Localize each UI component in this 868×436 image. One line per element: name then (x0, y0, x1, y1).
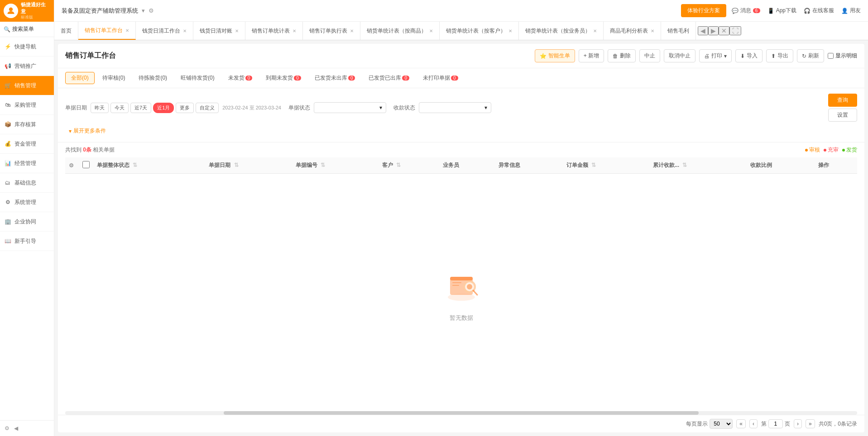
date-btn-7days[interactable]: 近7天 (130, 103, 151, 113)
page-input[interactable] (768, 419, 783, 428)
query-button[interactable]: 查询 (828, 94, 857, 107)
sidebar-item-operations[interactable]: 📊 经营管理 (0, 154, 54, 173)
tab-sales-summary-product[interactable]: 销货单统计表（按商品） ✕ (360, 22, 440, 40)
delete-button[interactable]: 🗑 删除 (608, 49, 636, 62)
filter-tab-unshipped[interactable]: 未发货0 (222, 72, 259, 84)
date-btn-yesterday[interactable]: 昨天 (91, 103, 109, 113)
filter-tab-unprinted[interactable]: 未打印单据0 (417, 72, 464, 84)
tab-home[interactable]: 首页 (54, 22, 78, 40)
sort-date-icon[interactable]: ⇅ (234, 162, 239, 168)
online-service-action[interactable]: 🎧 在线客服 (804, 7, 834, 14)
purchase-icon: 🛍 (4, 101, 12, 109)
sidebar-item-guide[interactable]: 📖 新手引导 (0, 232, 54, 251)
date-btn-custom[interactable]: 自定义 (196, 103, 219, 113)
sidebar-item-marketing[interactable]: 📢 营销推广 (0, 57, 54, 76)
sidebar-item-search[interactable]: 🔍 搜索菜单 (0, 22, 54, 37)
filter-tab-pending[interactable]: 待审核(0) (96, 72, 131, 84)
tab-sales-exec[interactable]: 销售订单执行表 ✕ (303, 22, 360, 40)
first-page-button[interactable]: « (736, 419, 746, 428)
tab-cash-reconcile[interactable]: 钱货日清对账 ✕ (193, 22, 245, 40)
collapse-icon[interactable]: ◀ (14, 425, 18, 431)
sidebar-item-enterprise[interactable]: 🏢 企业协同 (0, 212, 54, 232)
filter-tab-shipped-out[interactable]: 已发货已出库0 (363, 72, 415, 84)
tab-cash-daily[interactable]: 钱货日清工作台 ✕ (136, 22, 193, 40)
tab-nav-prev[interactable]: ◀ (698, 26, 708, 35)
tab-close-icon[interactable]: ✕ (183, 28, 187, 33)
tab-close-icon[interactable]: ✕ (125, 28, 129, 33)
print-button[interactable]: 🖨 打印 ▾ (699, 49, 732, 62)
sort-customer-icon[interactable]: ⇅ (396, 162, 401, 168)
select-all-checkbox[interactable] (82, 161, 90, 168)
sidebar-item-finance[interactable]: 💰 资金管理 (0, 134, 54, 154)
last-page-button[interactable]: » (806, 419, 815, 428)
review-action[interactable]: 审核 (805, 146, 820, 154)
sidebar-item-label: 企业协同 (14, 218, 36, 226)
sidebar-item-sales[interactable]: 🛒 销售管理 (0, 76, 54, 95)
sort-status-icon[interactable]: ⇅ (133, 162, 137, 168)
filter-tab-all[interactable]: 全部(0) (65, 72, 95, 84)
tab-close-icon[interactable]: ✕ (235, 28, 239, 33)
import-button[interactable]: ⬇ 导入 (735, 49, 762, 62)
tab-close-icon[interactable]: ✕ (429, 28, 433, 33)
status-select[interactable]: ▾ (314, 102, 386, 113)
show-detail-label[interactable]: 显示明细 (828, 52, 857, 60)
show-detail-checkbox[interactable] (828, 53, 834, 59)
sort-received-icon[interactable]: ⇅ (682, 162, 687, 168)
tab-close-icon[interactable]: ✕ (593, 28, 597, 33)
topbar-gear-icon[interactable]: ⚙ (149, 7, 154, 14)
tab-close-icon[interactable]: ✕ (350, 28, 354, 33)
message-action[interactable]: 💬 消息 6 (732, 7, 760, 14)
expand-conditions-button[interactable]: ▾ 展开更多条件 (65, 125, 110, 137)
tab-label: 钱货日清对账 (200, 27, 232, 35)
filter-tab-wangpu[interactable]: 旺铺待发货(0) (175, 72, 221, 84)
tab-gross-margin[interactable]: 商品毛利分析表 ✕ (604, 22, 661, 40)
next-page-button[interactable]: › (794, 419, 802, 428)
sort-number-icon[interactable]: ⇅ (321, 162, 325, 168)
payment-select[interactable]: ▾ (419, 102, 491, 113)
tab-sales-summary-customer[interactable]: 销货单统计表（按客户） ✕ (440, 22, 519, 40)
horizontal-scrollbar[interactable] (65, 411, 857, 415)
sidebar-item-quick-nav[interactable]: ⚡ 快捷导航 (0, 37, 54, 57)
tab-sales-profit[interactable]: 销售毛利 (661, 22, 696, 40)
ship-action[interactable]: 发货 (842, 146, 857, 154)
scrollbar-thumb[interactable] (224, 411, 699, 415)
filter-tab-pending-inspect[interactable]: 待拣验货(0) (133, 72, 173, 84)
refresh-button[interactable]: ↻ 刷新 (797, 49, 824, 62)
tab-sales-order[interactable]: 销售订单工作台 ✕ (78, 22, 136, 40)
app-download-action[interactable]: 📱 App下载 (767, 7, 796, 14)
per-page-select[interactable]: 10 20 50 100 (710, 419, 733, 429)
stop-button[interactable]: 中止 (639, 49, 660, 62)
tab-close-icon[interactable]: ✕ (508, 28, 512, 33)
smart-create-button[interactable]: ⭐ 智能生单 (535, 49, 575, 62)
sidebar-item-purchase[interactable]: 🛍 采购管理 (0, 95, 54, 115)
tab-close-icon[interactable]: ✕ (293, 28, 296, 33)
tab-sales-stat[interactable]: 销售订单统计表 ✕ (245, 22, 303, 40)
table-settings-icon[interactable]: ⚙ (69, 162, 74, 169)
cancel-stop-button[interactable]: 取消中止 (664, 49, 695, 62)
setting-button[interactable]: 设置 (828, 109, 857, 122)
sidebar-item-inventory[interactable]: 📦 库存核算 (0, 115, 54, 134)
date-btn-today[interactable]: 今天 (110, 103, 129, 113)
settings-icon[interactable]: ⚙ (5, 425, 10, 431)
tab-close-icon[interactable]: ✕ (651, 28, 654, 33)
tab-maximize[interactable]: ⛶ (729, 26, 741, 35)
add-button[interactable]: + 新增 (579, 49, 604, 62)
prev-page-button[interactable]: ‹ (749, 419, 758, 428)
export-button[interactable]: ⬆ 导出 (766, 49, 793, 62)
industry-solution-button[interactable]: 体验行业方案 (681, 4, 726, 17)
sidebar-item-system[interactable]: ⚙ 系统管理 (0, 193, 54, 212)
sidebar: 畅捷通好生意 标准版 🔍 搜索菜单 ⚡ 快捷导航 📢 营销推广 🛒 销售管理 🛍… (0, 0, 54, 436)
cancel-review-action[interactable]: 充审 (824, 146, 839, 154)
finance-icon: 💰 (4, 140, 12, 148)
system-dropdown-icon[interactable]: ▾ (142, 7, 145, 14)
user-action[interactable]: 👤 用友 (841, 7, 861, 14)
filter-tab-overdue[interactable]: 到期未发货0 (260, 72, 307, 84)
tab-close-all[interactable]: ✕ (719, 26, 729, 35)
date-btn-more[interactable]: 更多 (176, 103, 194, 113)
filter-tab-shipped-not-out[interactable]: 已发货未出库0 (309, 72, 361, 84)
sort-amount-icon[interactable]: ⇅ (591, 162, 596, 168)
sidebar-item-basic[interactable]: 🗂 基础信息 (0, 173, 54, 193)
tab-nav-next[interactable]: ▶ (708, 26, 719, 35)
tab-sales-summary-staff[interactable]: 销货单统计表（按业务员） ✕ (519, 22, 604, 40)
date-btn-1month[interactable]: 近1月 (153, 103, 174, 113)
